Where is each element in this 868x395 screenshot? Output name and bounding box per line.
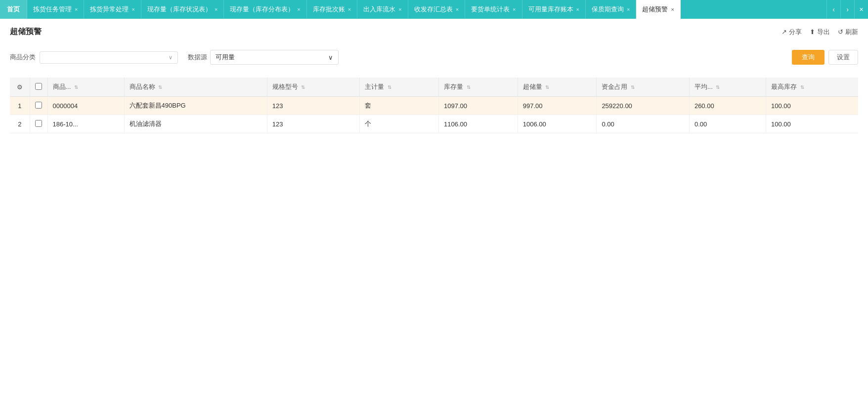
row-capital: 0.00	[597, 115, 690, 133]
category-chevron-down-icon: ∨	[169, 54, 173, 61]
col-unit[interactable]: 主计量 ⇅	[360, 78, 439, 97]
filter-actions: 查询 设置	[792, 50, 858, 65]
tab-3[interactable]: 现存量（库存状况表） ×	[141, 0, 224, 19]
settings-button[interactable]: 设置	[828, 50, 858, 65]
filter-row: 商品分类 ∨ 数据源 可用量 ∨ 查询 设置	[10, 45, 858, 70]
datasource-chevron-down-icon: ∨	[328, 54, 333, 61]
row-max-stock: 100.00	[766, 97, 858, 115]
col-product-name[interactable]: 商品名称 ⇅	[124, 78, 267, 97]
nav-arrow-right[interactable]: ›	[840, 0, 854, 19]
row-product-name: 机油滤清器	[124, 115, 267, 133]
sort-icon-name: ⇅	[158, 84, 162, 90]
tab-2[interactable]: 拣货异常处理 ×	[84, 0, 141, 19]
tab-10[interactable]: 保质期查询 ×	[586, 0, 636, 19]
top-nav: 首页 拣货任务管理 × 拣货异常处理 × 现存量（库存状况表） × 现存量（库存…	[0, 0, 868, 19]
select-all-checkbox[interactable]	[35, 83, 42, 90]
col-spec[interactable]: 规格型号 ⇅	[267, 78, 360, 97]
row-product-code: 0000004	[47, 97, 124, 115]
data-table: ⚙ 商品... ⇅ 商品名称 ⇅ 规格型号 ⇅ 主计量	[10, 78, 858, 133]
nav-arrow-more[interactable]: ×	[854, 0, 868, 19]
datasource-filter-group: 数据源 可用量 ∨	[188, 50, 339, 65]
tab-5[interactable]: 库存批次账 ×	[307, 0, 357, 19]
sort-icon-unit: ⇅	[388, 84, 391, 90]
sort-icon-stock: ⇅	[467, 84, 471, 90]
row-checkbox-cell	[30, 97, 47, 115]
tab-1[interactable]: 拣货任务管理 ×	[27, 0, 84, 19]
nav-arrows: ‹ › ×	[826, 0, 868, 19]
tab-9[interactable]: 可用量库存账本 ×	[522, 0, 586, 19]
tab-4[interactable]: 现存量（库存分布表） ×	[224, 0, 306, 19]
tab-11[interactable]: 超储预警 ×	[636, 0, 680, 19]
row-checkbox[interactable]	[35, 120, 42, 127]
sort-icon-over-stock: ⇅	[545, 84, 549, 90]
sort-icon-avg: ⇅	[716, 84, 720, 90]
row-unit: 套	[360, 97, 439, 115]
share-icon: ↗	[781, 28, 787, 36]
row-stock: 1106.00	[439, 115, 518, 133]
close-tab-6-icon[interactable]: ×	[398, 6, 401, 12]
close-tab-11-icon[interactable]: ×	[671, 6, 674, 12]
col-max-stock[interactable]: 最高库存 ⇅	[766, 78, 858, 97]
row-checkbox[interactable]	[35, 102, 42, 109]
row-num: 2	[10, 115, 30, 133]
col-stock[interactable]: 库存量 ⇅	[439, 78, 518, 97]
datasource-select[interactable]: 可用量 ∨	[210, 50, 339, 65]
row-avg: 260.00	[689, 97, 766, 115]
datasource-label: 数据源	[188, 53, 207, 62]
close-tab-10-icon[interactable]: ×	[627, 6, 630, 12]
close-tab-1-icon[interactable]: ×	[75, 6, 78, 12]
tab-8[interactable]: 要货单统计表 ×	[465, 0, 522, 19]
row-stock: 1097.00	[439, 97, 518, 115]
share-button[interactable]: ↗ 分享	[781, 28, 802, 37]
category-select[interactable]: ∨	[40, 51, 178, 64]
page-header: 超储预警 ↗ 分享 ⬆ 导出 ↺ 刷新	[10, 27, 858, 37]
nav-arrow-left[interactable]: ‹	[826, 0, 840, 19]
row-num: 1	[10, 97, 30, 115]
col-product-code[interactable]: 商品... ⇅	[47, 78, 124, 97]
settings-gear-icon: ⚙	[17, 83, 23, 91]
sort-icon-capital: ⇅	[631, 84, 635, 90]
export-button[interactable]: ⬆ 导出	[810, 28, 830, 37]
col-avg[interactable]: 平均... ⇅	[689, 78, 766, 97]
page-title: 超储预警	[10, 27, 42, 37]
row-over-stock: 997.00	[518, 97, 597, 115]
export-icon: ⬆	[810, 28, 815, 36]
close-tab-4-icon[interactable]: ×	[297, 6, 300, 12]
close-tab-2-icon[interactable]: ×	[131, 6, 134, 12]
page-content: 超储预警 ↗ 分享 ⬆ 导出 ↺ 刷新 商品分类 ∨ 数据源	[0, 19, 868, 395]
datasource-value: 可用量	[216, 53, 235, 62]
table-row: 1 0000004 六配套新昌490BPG 123 套 1097.00 997.…	[10, 97, 858, 115]
row-spec: 123	[267, 115, 360, 133]
sort-icon-max-stock: ⇅	[800, 84, 804, 90]
row-max-stock: 100.00	[766, 115, 858, 133]
close-tab-5-icon[interactable]: ×	[348, 6, 351, 12]
nav-home[interactable]: 首页	[0, 0, 27, 19]
header-actions: ↗ 分享 ⬆ 导出 ↺ 刷新	[781, 28, 858, 37]
tab-6[interactable]: 出入库流水 ×	[357, 0, 408, 19]
sort-icon-code: ⇅	[74, 84, 78, 90]
table-row: 2 186-10... 机油滤清器 123 个 1106.00 1006.00 …	[10, 115, 858, 133]
row-unit: 个	[360, 115, 439, 133]
close-tab-7-icon[interactable]: ×	[456, 6, 459, 12]
tab-7[interactable]: 收发存汇总表 ×	[408, 0, 465, 19]
close-tab-9-icon[interactable]: ×	[576, 6, 579, 12]
col-checkbox	[30, 78, 47, 97]
query-button[interactable]: 查询	[792, 50, 825, 65]
row-capital: 259220.00	[597, 97, 690, 115]
refresh-icon: ↺	[838, 28, 843, 36]
category-filter-group: 商品分类 ∨	[10, 51, 178, 64]
row-over-stock: 1006.00	[518, 115, 597, 133]
close-tab-3-icon[interactable]: ×	[215, 6, 217, 12]
refresh-button[interactable]: ↺ 刷新	[838, 28, 858, 37]
sort-icon-spec: ⇅	[301, 84, 305, 90]
category-label: 商品分类	[10, 53, 36, 62]
row-checkbox-cell	[30, 115, 47, 133]
col-over-stock[interactable]: 超储量 ⇅	[518, 78, 597, 97]
row-product-name: 六配套新昌490BPG	[124, 97, 267, 115]
row-spec: 123	[267, 97, 360, 115]
row-product-code: 186-10...	[47, 115, 124, 133]
close-tab-8-icon[interactable]: ×	[513, 6, 516, 12]
table-body: 1 0000004 六配套新昌490BPG 123 套 1097.00 997.…	[10, 97, 858, 133]
col-settings[interactable]: ⚙	[10, 78, 30, 97]
col-capital[interactable]: 资金占用 ⇅	[597, 78, 690, 97]
